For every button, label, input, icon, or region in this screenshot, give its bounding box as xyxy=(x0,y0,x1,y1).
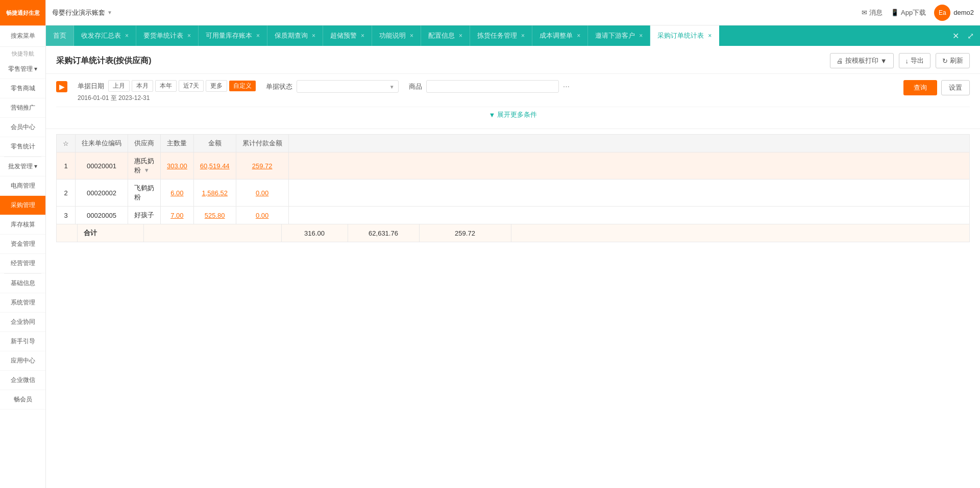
cell-supplier: 好孩子 xyxy=(128,207,161,224)
message-button[interactable]: ✉ 消息 xyxy=(862,8,883,17)
export-button[interactable]: ↓ 导出 xyxy=(899,53,931,68)
export-label: 导出 xyxy=(911,56,924,65)
tab-expiry-query-close[interactable]: × xyxy=(312,32,315,39)
date-shortcut-this-month[interactable]: 本月 xyxy=(132,80,153,92)
tab-order-stats-close[interactable]: × xyxy=(187,32,191,39)
topbar: 母婴行业演示账套 ▼ ✉ 消息 📱 App下载 Ea demo2 xyxy=(46,0,980,25)
cell-paid: 0.00 xyxy=(236,207,288,224)
tab-config-info-close[interactable]: × xyxy=(459,32,462,39)
tab-available-inventory-close[interactable]: × xyxy=(256,32,260,39)
app-icon: 📱 xyxy=(891,9,899,16)
sidebar-item-biz-mgmt[interactable]: 经营管理 xyxy=(0,254,45,273)
sidebar-search-section: 搜索菜单 xyxy=(0,25,45,47)
date-custom-tag[interactable]: 自定义 xyxy=(229,81,256,91)
tab-cost-adjust[interactable]: 成本调整单 × xyxy=(532,25,588,46)
page-content: 采购订单统计表(按供应商) 🖨 按模板打印 ▼ ↓ 导出 ↻ 刷新 xyxy=(46,46,980,488)
tab-invite-downstream[interactable]: 邀请下游客户 × xyxy=(588,25,650,46)
cell-qty: 7.00 xyxy=(161,207,194,224)
table-wrapper: ☆ 往来单位编码 供应商 主数量 金额 累计付款金额 1 00020001 xyxy=(56,134,970,224)
app-download-button[interactable]: 📱 App下载 xyxy=(891,8,926,17)
sidebar-item-member[interactable]: 畅会员 xyxy=(0,390,45,409)
goods-more-icon[interactable]: ··· xyxy=(563,82,570,91)
th-code: 往来单位编码 xyxy=(76,135,128,152)
sidebar-item-purchase-mgmt[interactable]: 采购管理 xyxy=(0,196,45,215)
footer-extra xyxy=(511,224,969,242)
status-select[interactable] xyxy=(297,80,399,93)
message-icon: ✉ xyxy=(862,9,867,16)
tab-func-desc-close[interactable]: × xyxy=(410,32,413,39)
tab-cost-adjust-close[interactable]: × xyxy=(577,32,580,39)
sidebar-item-retail-mgmt[interactable]: 零售管理 ▾ xyxy=(0,60,45,79)
main-area: 母婴行业演示账套 ▼ ✉ 消息 📱 App下载 Ea demo2 首页 收发存汇… xyxy=(46,0,980,488)
tab-available-inventory[interactable]: 可用量库存账本 × xyxy=(199,25,267,46)
print-button[interactable]: 🖨 按模板打印 ▼ xyxy=(830,53,894,68)
tab-fullscreen-button[interactable]: ⤢ xyxy=(965,29,976,43)
footer-table: 合计 316.00 62,631.76 259.72 xyxy=(57,224,969,242)
tab-order-stats[interactable]: 要货单统计表 × xyxy=(136,25,199,46)
sidebar-item-enterprise[interactable]: 企业协同 xyxy=(0,313,45,332)
sidebar-item-new-guide[interactable]: 新手引导 xyxy=(0,332,45,351)
sidebar-item-retail-shop[interactable]: 零售商城 xyxy=(0,79,45,98)
user-menu[interactable]: Ea demo2 xyxy=(934,5,974,21)
export-icon: ↓ xyxy=(905,57,909,65)
footer-empty-supplier xyxy=(143,224,281,242)
goods-filter-label: 商品 xyxy=(409,82,422,91)
expand-more-button[interactable]: ▼ 展开更多条件 xyxy=(489,110,537,119)
sidebar-item-capital-mgmt[interactable]: 资金管理 xyxy=(0,235,45,254)
goods-input[interactable] xyxy=(426,80,559,93)
refresh-button[interactable]: ↻ 刷新 xyxy=(936,53,970,68)
tab-order-stats-label: 要货单统计表 xyxy=(143,31,183,40)
sidebar-item-basic-info[interactable]: 基础信息 xyxy=(0,274,45,293)
query-button[interactable]: 查询 xyxy=(903,80,937,95)
search-menu-button[interactable]: 搜索菜单 xyxy=(3,30,42,42)
sidebar-item-member-center[interactable]: 会员中心 xyxy=(0,118,45,137)
sidebar-item-enterprise-wechat[interactable]: 企业微信 xyxy=(0,371,45,390)
date-shortcut-more[interactable]: 更多 xyxy=(206,80,227,92)
date-shortcut-this-year[interactable]: 本年 xyxy=(155,80,177,92)
tab-invite-downstream-close[interactable]: × xyxy=(639,32,643,39)
date-shortcut-last-month[interactable]: 上月 xyxy=(108,80,130,92)
date-shortcut-7days[interactable]: 近7天 xyxy=(179,80,204,92)
table-row: 3 00020005 好孩子 7.00 525.80 0.00 xyxy=(57,207,970,224)
settings-button[interactable]: 设置 xyxy=(941,80,970,95)
tab-overstock-alert[interactable]: 超储预警 × xyxy=(323,25,372,46)
print-icon: 🖨 xyxy=(837,57,843,65)
tab-purchase-order-stats[interactable]: 采购订单统计表 × xyxy=(650,25,719,46)
tab-func-desc[interactable]: 功能说明 × xyxy=(372,25,421,46)
sidebar-item-marketing[interactable]: 营销推广 xyxy=(0,98,45,118)
cell-amount: 1,586.52 xyxy=(193,179,236,207)
cell-code: 00020002 xyxy=(76,179,128,207)
expand-supplier-icon[interactable]: ▾ xyxy=(145,166,149,174)
sidebar-item-ecom-mgmt[interactable]: 电商管理 xyxy=(0,176,45,196)
tab-home-label: 首页 xyxy=(53,31,66,40)
tab-close-all-button[interactable]: ✕ xyxy=(950,29,961,43)
th-supplier: 供应商 xyxy=(128,135,161,152)
tab-expiry-query[interactable]: 保质期查询 × xyxy=(267,25,323,46)
page-header: 采购订单统计表(按供应商) 🖨 按模板打印 ▼ ↓ 导出 ↻ 刷新 xyxy=(46,46,980,74)
sidebar-item-sys-mgmt[interactable]: 系统管理 xyxy=(0,293,45,313)
tab-home[interactable]: 首页 xyxy=(46,25,74,46)
cell-paid: 259.72 xyxy=(236,152,288,179)
tab-recv-send[interactable]: 收发存汇总表 × xyxy=(74,25,136,46)
tab-config-info[interactable]: 配置信息 × xyxy=(421,25,470,46)
tab-overstock-alert-close[interactable]: × xyxy=(361,32,364,39)
sidebar-item-inventory[interactable]: 库存核算 xyxy=(0,215,45,235)
print-arrow-icon: ▼ xyxy=(880,57,887,65)
cell-qty: 6.00 xyxy=(161,179,194,207)
footer-qty: 316.00 xyxy=(281,224,348,242)
date-filter-group: 单据日期 上月 本月 本年 近7天 更多 自定义 2016-01-01 至 20… xyxy=(78,80,256,102)
refresh-label: 刷新 xyxy=(950,56,963,65)
tab-config-info-label: 配置信息 xyxy=(428,31,455,40)
sidebar-item-app-center[interactable]: 应用中心 xyxy=(0,351,45,371)
filter-toggle-button[interactable]: ▶ xyxy=(56,81,67,92)
app-label: App下载 xyxy=(901,8,926,17)
sidebar-item-wholesale-mgmt[interactable]: 批发管理 ▾ xyxy=(0,157,45,176)
org-selector[interactable]: 母婴行业演示账套 ▼ xyxy=(52,8,112,17)
tab-pick-task[interactable]: 拣货任务管理 × xyxy=(470,25,532,46)
sidebar-item-retail-stats[interactable]: 零售统计 xyxy=(0,137,45,157)
query-action-buttons: 查询 设置 xyxy=(903,80,970,95)
tab-pick-task-close[interactable]: × xyxy=(521,32,525,39)
tab-purchase-order-stats-close[interactable]: × xyxy=(708,32,712,39)
tab-recv-send-close[interactable]: × xyxy=(125,32,129,39)
tab-pick-task-label: 拣货任务管理 xyxy=(477,31,517,40)
